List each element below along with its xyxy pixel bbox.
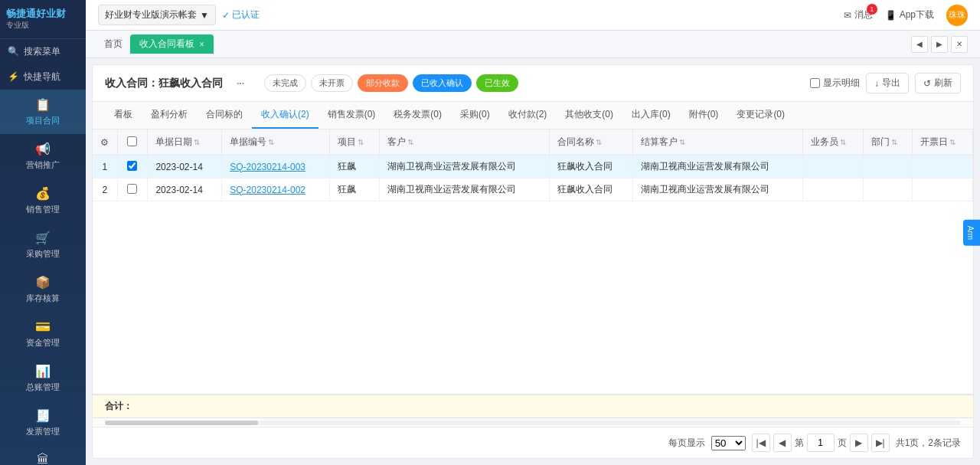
sort-icon: ⇅ — [679, 138, 685, 146]
table-row[interactable]: 1 2023-02-14 SQ-20230214-003 狂飙 湖南卫视商业运营… — [93, 156, 973, 178]
tab-active[interactable]: 收入合同看板 × — [130, 34, 214, 54]
col-end-customer-label: 结算客户 — [641, 136, 678, 149]
col-date[interactable]: 单据日期⇅ — [148, 129, 222, 156]
nav-back-button[interactable]: ◀ — [911, 36, 928, 53]
page-label-first: 第 — [795, 437, 804, 450]
nav-forward-button[interactable]: ▶ — [931, 36, 948, 53]
sidebar-item-sales[interactable]: 💰 销售管理 — [0, 178, 86, 223]
col-project[interactable]: 项目⇅ — [329, 129, 379, 156]
tab-purchase[interactable]: 采购(0) — [451, 102, 499, 129]
sidebar-item-label: 库存核算 — [26, 293, 60, 304]
row-num: 1 — [93, 156, 117, 178]
app-logo: 畅捷通好业财 专业版 — [0, 0, 86, 39]
sort-icon: ⇅ — [407, 138, 413, 146]
show-detail-input[interactable] — [810, 78, 820, 88]
page-title: 收入合同：狂飙收入合同 ··· 未完成 未开票 部分收款 已收入确认 已生效 — [105, 74, 518, 92]
select-all-checkbox[interactable] — [127, 136, 137, 146]
tab-warehouse[interactable]: 出入库(0) — [622, 102, 680, 129]
app-download-button[interactable]: 📱 App下载 — [885, 8, 934, 21]
sidebar-item-funds[interactable]: 💳 资金管理 — [0, 312, 86, 356]
page-last-button[interactable]: ▶| — [871, 434, 890, 452]
scrollbar-thumb[interactable] — [105, 421, 258, 425]
refresh-button[interactable]: ↺ 刷新 — [915, 73, 961, 93]
user-avatar[interactable]: 珠珠 — [946, 5, 968, 26]
page-prev-button[interactable]: ◀ — [773, 434, 792, 452]
tab-close-button[interactable]: × — [199, 39, 204, 50]
row-contract: 狂飙收入合同 — [549, 156, 632, 178]
check-icon: ✓ — [222, 10, 230, 21]
company-selector[interactable]: 好业财专业版演示帐套 ▼ — [98, 5, 216, 25]
sidebar-item-marketing[interactable]: 📢 营销推广 — [0, 134, 86, 178]
tab-kanban[interactable]: 看板 — [105, 102, 142, 129]
tab-payment[interactable]: 收付款(2) — [499, 102, 557, 129]
horizontal-scrollbar[interactable] — [93, 418, 973, 427]
show-detail-checkbox[interactable]: 显示明细 — [810, 77, 860, 90]
row-number[interactable]: SQ-20230214-002 — [222, 178, 330, 201]
col-checkbox[interactable] — [117, 129, 148, 156]
tab-other[interactable]: 其他收支(0) — [556, 102, 622, 129]
page-navigation: |◀ ◀ 第 页 ▶ ▶| — [752, 434, 890, 452]
col-salesperson[interactable]: 业务员⇅ — [802, 129, 863, 156]
company-name: 好业财专业版演示帐套 — [105, 8, 197, 21]
row-salesperson — [802, 178, 863, 201]
sidebar-item-invoice[interactable]: 🧾 发票管理 — [0, 401, 86, 445]
page-title-text: 收入合同：狂飙收入合同 — [105, 77, 223, 90]
tab-profit[interactable]: 盈利分析 — [142, 102, 197, 129]
sidebar-item-label: 营销推广 — [26, 159, 60, 171]
status-confirmed[interactable]: 已收入确认 — [413, 74, 472, 92]
more-button[interactable]: ··· — [229, 75, 252, 92]
tab-confirm[interactable]: 收入确认(2) — [252, 102, 318, 129]
tab-attachment[interactable]: 附件(0) — [680, 102, 728, 129]
col-project-label: 项目 — [338, 136, 356, 149]
page-number-input[interactable] — [807, 434, 835, 452]
sidebar-item-label: 总账管理 — [26, 381, 60, 393]
col-open-date[interactable]: 开票日⇅ — [913, 129, 973, 156]
data-table: ⚙ 单据日期⇅ 单据编号⇅ 项目⇅ 客户⇅ — [93, 129, 973, 201]
table-row[interactable]: 2 2023-02-14 SQ-20230214-002 狂飙 湖南卫视商业运营… — [93, 178, 973, 201]
tab-home[interactable]: 首页 — [98, 38, 129, 51]
nav-close-button[interactable]: ✕ — [951, 36, 968, 53]
sidebar-search[interactable]: 🔍 搜索菜单 — [0, 39, 86, 64]
sidebar-item-general[interactable]: 📊 总账管理 — [0, 356, 86, 401]
sidebar-item-purchase[interactable]: 🛒 采购管理 — [0, 223, 86, 267]
col-department[interactable]: 部门⇅ — [863, 129, 913, 156]
row-checkbox-cell[interactable] — [117, 178, 148, 201]
row-department — [863, 156, 913, 178]
col-open-date-label: 开票日 — [920, 136, 948, 149]
total-info: 共1页，2条记录 — [896, 437, 961, 450]
row-end-customer: 湖南卫视商业运营发展有限公司 — [632, 156, 802, 178]
status-not-invoiced[interactable]: 未开票 — [311, 74, 353, 92]
inventory-icon: 📦 — [35, 275, 51, 290]
status-partial-payment[interactable]: 部分收款 — [358, 74, 408, 92]
export-button[interactable]: ↓ 导出 — [866, 73, 909, 93]
topbar-right: ✉ 消息 1 📱 App下载 珠珠 — [844, 5, 968, 26]
sidebar-item-tax[interactable]: 🏛 税务管理 — [0, 445, 86, 465]
col-end-customer[interactable]: 结算客户⇅ — [632, 129, 802, 156]
status-incomplete[interactable]: 未完成 — [264, 74, 306, 92]
page-next-button[interactable]: ▶ — [850, 434, 868, 452]
row-number[interactable]: SQ-20230214-003 — [222, 156, 330, 178]
col-customer[interactable]: 客户⇅ — [379, 129, 549, 156]
tab-sales-invoice[interactable]: 销售发票(0) — [318, 102, 385, 129]
row-date: 2023-02-14 — [148, 178, 222, 201]
col-number[interactable]: 单据编号⇅ — [222, 129, 330, 156]
row-project: 狂飙 — [329, 156, 379, 178]
col-settings[interactable]: ⚙ — [93, 129, 117, 156]
tab-standard[interactable]: 合同标的 — [197, 102, 252, 129]
row-checkbox[interactable] — [127, 184, 137, 194]
status-effective[interactable]: 已生效 — [476, 74, 518, 92]
side-action-button[interactable]: Arm — [963, 219, 980, 245]
col-contract[interactable]: 合同名称⇅ — [549, 129, 632, 156]
row-checkbox-cell[interactable] — [117, 156, 148, 178]
sidebar-quick-nav[interactable]: ⚡ 快捷导航 — [0, 64, 86, 90]
row-checkbox[interactable] — [127, 161, 137, 171]
tab-changes[interactable]: 变更记录(0) — [727, 102, 794, 129]
sidebar-item-project[interactable]: 📋 项目合同 — [0, 90, 86, 134]
page-first-button[interactable]: |◀ — [752, 434, 770, 452]
message-button[interactable]: ✉ 消息 1 — [844, 8, 873, 21]
tab-tax-invoice[interactable]: 税务发票(0) — [384, 102, 451, 129]
per-page-select[interactable]: 50 20 100 — [711, 436, 746, 450]
phone-icon: 📱 — [885, 10, 897, 21]
sort-icon: ⇅ — [194, 138, 200, 146]
sidebar-item-inventory[interactable]: 📦 库存核算 — [0, 267, 86, 312]
